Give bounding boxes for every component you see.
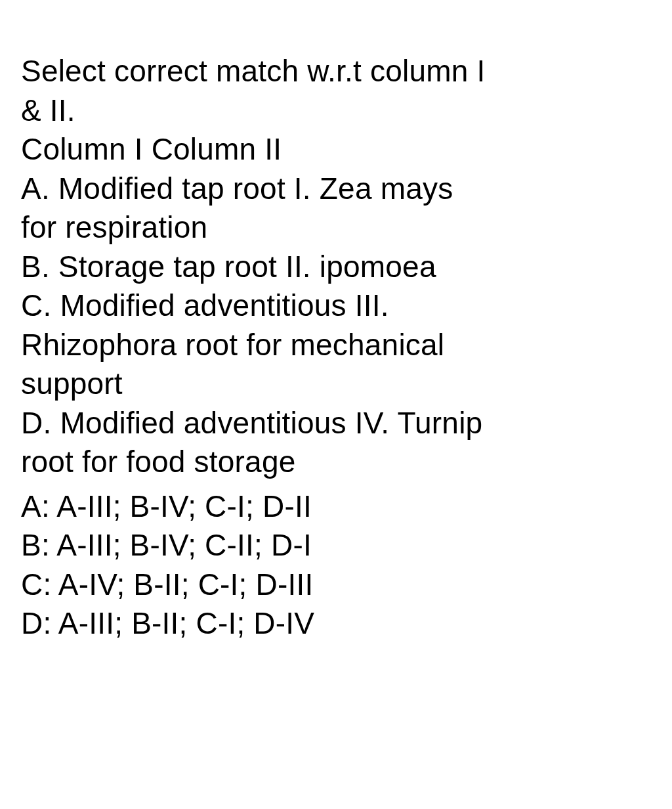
column-header: Column I Column II	[21, 131, 651, 169]
match-item-c-line2: Rhizophora root for mechanical	[21, 326, 651, 364]
match-item-c-line1: C. Modified adventitious III.	[21, 287, 651, 325]
question-container: Select correct match w.r.t column I & II…	[21, 53, 651, 643]
question-prompt-line2: & II.	[21, 92, 651, 130]
answer-options: A: A-III; B-IV; C-I; D-II B: A-III; B-IV…	[21, 488, 651, 643]
option-b[interactable]: B: A-III; B-IV; C-II; D-I	[21, 527, 651, 565]
question-prompt-line1: Select correct match w.r.t column I	[21, 53, 651, 91]
match-item-b: B. Storage tap root II. ipomoea	[21, 248, 651, 286]
match-item-d-line1: D. Modified adventitious IV. Turnip	[21, 404, 651, 443]
option-c[interactable]: C: A-IV; B-II; C-I; D-III	[21, 566, 651, 604]
match-item-a-line2: for respiration	[21, 209, 651, 247]
option-a[interactable]: A: A-III; B-IV; C-I; D-II	[21, 488, 651, 526]
match-item-d-line2: root for food storage	[21, 443, 651, 481]
match-item-c-line3: support	[21, 365, 651, 403]
match-item-a-line1: A. Modified tap root I. Zea mays	[21, 170, 651, 208]
option-d[interactable]: D: A-III; B-II; C-I; D-IV	[21, 605, 651, 643]
